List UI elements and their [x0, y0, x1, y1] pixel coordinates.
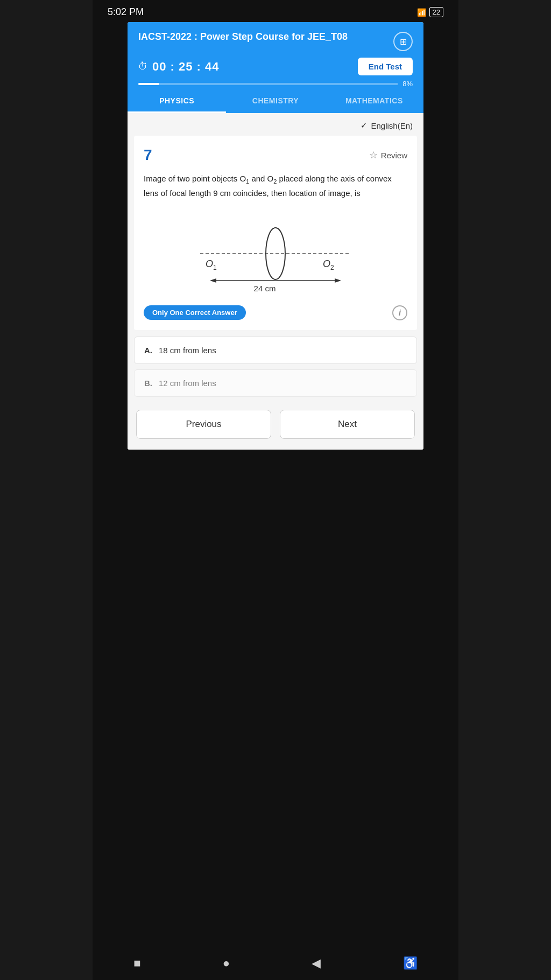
tabs-bar: PHYSICS CHEMISTRY MATHEMATICS: [128, 90, 423, 113]
answer-type-row: Only One Correct Answer i: [144, 305, 407, 320]
menu-button[interactable]: ⊞: [393, 32, 413, 51]
phone-wrapper: 5:02 PM 📶 22 IACST-2022 : Power Step Cou…: [93, 0, 458, 980]
back-button[interactable]: ◀: [301, 952, 331, 975]
option-b-text: 12 cm from lens: [159, 379, 216, 388]
clock-icon: ⏱: [138, 61, 148, 72]
answer-type-badge: Only One Correct Answer: [144, 305, 246, 320]
option-a-label: A.: [144, 346, 152, 355]
option-a-text: 18 cm from lens: [159, 346, 216, 355]
square-button[interactable]: ■: [123, 952, 151, 975]
options-container: A. 18 cm from lens B. 12 cm from lens: [134, 337, 417, 397]
tab-chemistry[interactable]: CHEMISTRY: [226, 90, 324, 113]
progress-bar-fill: [138, 83, 159, 85]
end-test-button[interactable]: End Test: [358, 58, 413, 75]
option-a[interactable]: A. 18 cm from lens: [134, 337, 417, 364]
app-container: IACST-2022 : Power Step Course for JEE_T…: [128, 22, 423, 450]
status-time: 5:02 PM: [108, 6, 144, 18]
header-top: IACST-2022 : Power Step Course for JEE_T…: [138, 31, 413, 51]
status-icons: 📶 22: [417, 7, 443, 17]
question-header: 7 ☆ Review: [144, 146, 407, 164]
svg-marker-7: [210, 278, 216, 283]
info-icon[interactable]: i: [392, 305, 407, 320]
status-bar: 5:02 PM 📶 22: [93, 0, 458, 22]
tab-mathematics[interactable]: MATHEMATICS: [325, 90, 423, 113]
battery-text: 22: [429, 7, 443, 17]
question-card: 7 ☆ Review Image of two point objects O1…: [134, 136, 417, 330]
menu-icon: ⊞: [400, 37, 407, 47]
header-title: IACST-2022 : Power Step Course for JEE_T…: [138, 31, 387, 43]
signal-icon: 📶: [417, 8, 426, 17]
checkmark-icon: ✓: [361, 121, 368, 130]
language-selector[interactable]: ✓ English(En): [361, 121, 413, 130]
svg-text:O: O: [206, 258, 213, 269]
timer-section: ⏱ 00 : 25 : 44: [138, 60, 220, 74]
accessibility-button[interactable]: ♿: [392, 952, 428, 975]
timer-display: 00 : 25 : 44: [152, 60, 220, 74]
progress-bar-bg: [138, 83, 398, 85]
navigation-buttons: Previous Next: [128, 403, 423, 450]
svg-text:24 cm: 24 cm: [254, 284, 276, 293]
language-row: ✓ English(En): [128, 113, 423, 136]
tab-physics[interactable]: PHYSICS: [128, 90, 226, 113]
svg-marker-8: [335, 278, 341, 283]
svg-text:2: 2: [330, 264, 334, 271]
svg-text:O: O: [323, 258, 330, 269]
progress-row: 8%: [138, 80, 413, 90]
question-number: 7: [144, 146, 152, 164]
next-button[interactable]: Next: [280, 410, 415, 439]
review-button[interactable]: ☆ Review: [369, 149, 407, 161]
question-text: Image of two point objects O1 and O2 pla…: [144, 172, 407, 200]
option-b[interactable]: B. 12 cm from lens: [134, 369, 417, 397]
home-button[interactable]: ●: [212, 952, 241, 975]
lens-diagram: O 1 O 2 24 cm: [189, 211, 362, 297]
bottom-nav-bar: ■ ● ◀ ♿: [93, 944, 458, 980]
svg-text:1: 1: [213, 264, 217, 271]
language-label: English(En): [371, 121, 413, 130]
review-label: Review: [381, 151, 407, 160]
header: IACST-2022 : Power Step Course for JEE_T…: [128, 22, 423, 90]
previous-button[interactable]: Previous: [136, 410, 271, 439]
progress-label: 8%: [402, 80, 413, 88]
option-b-label: B.: [144, 379, 152, 388]
timer-row: ⏱ 00 : 25 : 44 End Test: [138, 58, 413, 75]
diagram-container: O 1 O 2 24 cm: [144, 211, 407, 297]
star-icon: ☆: [369, 149, 378, 161]
main-content: ✓ English(En) 7 ☆ Review Image of two po…: [128, 113, 423, 450]
